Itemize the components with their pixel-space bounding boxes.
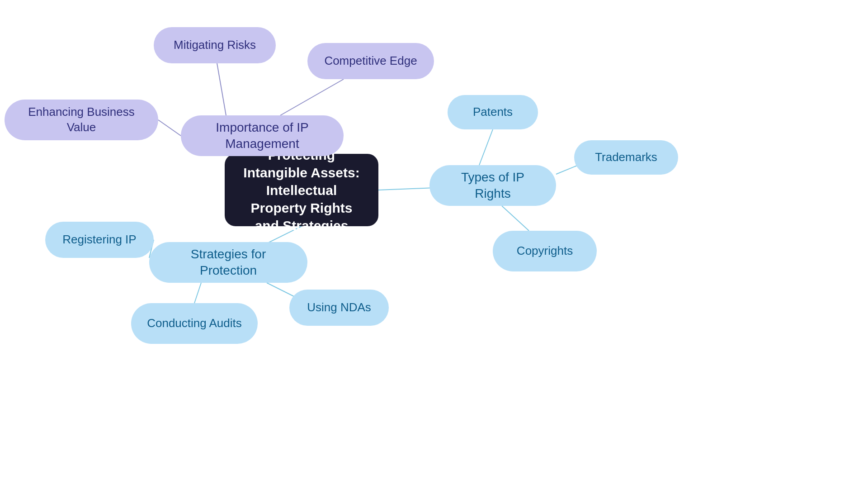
audits-node[interactable]: Conducting Audits <box>131 303 258 344</box>
svg-line-4 <box>280 79 344 115</box>
svg-line-6 <box>479 129 493 165</box>
strategies-node[interactable]: Strategies for Protection <box>149 242 307 283</box>
importance-node[interactable]: Importance of IP Management <box>181 115 344 156</box>
trademarks-node[interactable]: Trademarks <box>574 140 678 175</box>
copyrights-node[interactable]: Copyrights <box>493 231 597 271</box>
patents-node[interactable]: Patents <box>448 95 538 129</box>
svg-line-8 <box>502 206 529 231</box>
ndas-node[interactable]: Using NDAs <box>289 290 389 326</box>
central-node: Protecting Intangible Assets: Intellectu… <box>225 154 378 226</box>
registering-node[interactable]: Registering IP <box>45 222 154 258</box>
types-node[interactable]: Types of IP Rights <box>429 165 556 206</box>
svg-line-3 <box>217 63 226 115</box>
competitive-node[interactable]: Competitive Edge <box>307 43 434 79</box>
mitigating-node[interactable]: Mitigating Risks <box>154 27 276 63</box>
svg-line-5 <box>158 120 181 136</box>
enhancing-node[interactable]: Enhancing Business Value <box>5 100 158 140</box>
svg-line-10 <box>194 283 201 303</box>
